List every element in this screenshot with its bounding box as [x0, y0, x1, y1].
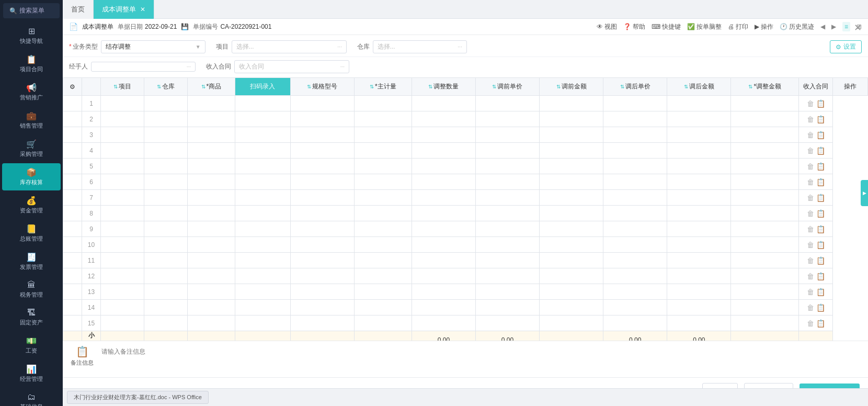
cell-data[interactable]: [412, 190, 475, 206]
cell-data[interactable]: [667, 284, 731, 300]
cell-data[interactable]: [235, 111, 290, 127]
cell-data[interactable]: [354, 315, 412, 331]
cell-data[interactable]: [101, 111, 144, 127]
cell-data[interactable]: [540, 284, 603, 300]
cell-data[interactable]: [290, 127, 354, 143]
cell-data[interactable]: [731, 127, 799, 143]
cell-data[interactable]: [540, 96, 603, 111]
cell-data[interactable]: [667, 253, 731, 268]
cell-data[interactable]: [290, 268, 354, 284]
cell-data[interactable]: [475, 268, 539, 284]
review-btn[interactable]: ✅ 按单脑整: [687, 22, 722, 31]
cell-data[interactable]: [540, 174, 603, 190]
cell-data[interactable]: [235, 237, 290, 253]
cell-data[interactable]: [603, 159, 667, 174]
cell-data[interactable]: [290, 315, 354, 331]
col-settings[interactable]: ⚙: [63, 78, 82, 96]
col-before-amount[interactable]: ⇅调前金额: [540, 78, 603, 96]
cell-data[interactable]: [354, 174, 412, 190]
history-btn[interactable]: 🕐 历史黑迹: [780, 22, 814, 31]
cell-data[interactable]: [540, 190, 603, 206]
cell-data[interactable]: [603, 221, 667, 237]
cell-data[interactable]: [188, 96, 235, 111]
tab-home[interactable]: 首页: [63, 0, 94, 19]
sidebar-item-purchase-mgmt[interactable]: 🛒 采购管理: [2, 135, 61, 162]
cell-data[interactable]: [144, 300, 188, 315]
cell-data[interactable]: [290, 111, 354, 127]
copy-icon[interactable]: 📋: [816, 303, 825, 312]
copy-icon[interactable]: 📋: [816, 209, 825, 218]
cell-data[interactable]: [188, 174, 235, 190]
cell-data[interactable]: [667, 174, 731, 190]
cell-data[interactable]: [235, 253, 290, 268]
sidebar-item-inventory[interactable]: 📦 库存核算: [2, 163, 61, 190]
cell-data[interactable]: [354, 221, 412, 237]
cell-data[interactable]: [188, 268, 235, 284]
sidebar-item-invoice-mgmt[interactable]: 🧾 发票管理: [2, 248, 61, 275]
cell-data[interactable]: [475, 253, 539, 268]
save-icon[interactable]: 💾: [181, 23, 189, 30]
cell-data[interactable]: [101, 143, 144, 159]
cell-data[interactable]: [603, 253, 667, 268]
copy-icon[interactable]: 📋: [816, 319, 825, 328]
delete-icon[interactable]: 🗑: [807, 209, 814, 218]
copy-icon[interactable]: 📋: [816, 115, 825, 123]
sidebar-item-basic-info[interactable]: 🗂 基础信息: [2, 388, 61, 406]
sidebar-item-fund-mgmt[interactable]: 💰 资金管理: [2, 191, 61, 219]
taskbar-wps-item[interactable]: 木门行业好业财处理方案-墓红红.doc - WPS Office: [67, 391, 209, 404]
sidebar-item-quick-nav[interactable]: ⊞ 快捷导航: [2, 22, 61, 49]
cell-data[interactable]: [475, 284, 539, 300]
cell-data[interactable]: [412, 237, 475, 253]
cell-data[interactable]: [540, 268, 603, 284]
cell-data[interactable]: [101, 221, 144, 237]
cell-data[interactable]: [354, 253, 412, 268]
cell-data[interactable]: [354, 237, 412, 253]
cell-data[interactable]: [667, 300, 731, 315]
cell-data[interactable]: [667, 237, 731, 253]
col-scan[interactable]: 扫码录入: [235, 78, 290, 96]
cell-data[interactable]: [354, 284, 412, 300]
cell-data[interactable]: [475, 174, 539, 190]
copy-icon[interactable]: 📋: [816, 272, 825, 280]
col-after-price[interactable]: ⇅调后单价: [603, 78, 667, 96]
cell-data[interactable]: [290, 174, 354, 190]
cell-data[interactable]: [731, 284, 799, 300]
col-before-price[interactable]: ⇅调前单价: [475, 78, 539, 96]
cell-data[interactable]: [412, 143, 475, 159]
nav-prev-icon[interactable]: ◀: [820, 23, 825, 30]
cell-data[interactable]: [144, 111, 188, 127]
copy-icon[interactable]: 📋: [816, 241, 825, 249]
col-warehouse[interactable]: ⇅仓库: [144, 78, 188, 96]
cell-data[interactable]: [188, 206, 235, 221]
cell-data[interactable]: [354, 143, 412, 159]
cell-data[interactable]: [235, 159, 290, 174]
cell-data[interactable]: [603, 190, 667, 206]
copy-icon[interactable]: 📋: [816, 162, 825, 171]
delete-icon[interactable]: 🗑: [807, 178, 814, 186]
cell-data[interactable]: [667, 143, 731, 159]
cell-data[interactable]: [144, 221, 188, 237]
cell-data[interactable]: [412, 253, 475, 268]
operate-btn[interactable]: ▶ 操作: [755, 22, 773, 31]
delete-icon[interactable]: 🗑: [807, 162, 814, 171]
cell-data[interactable]: [188, 315, 235, 331]
cell-data[interactable]: [188, 127, 235, 143]
col-qty[interactable]: ⇅调整数量: [412, 78, 475, 96]
cell-data[interactable]: [235, 284, 290, 300]
cell-data[interactable]: [603, 206, 667, 221]
copy-icon[interactable]: 📋: [816, 194, 825, 202]
col-after-amount[interactable]: ⇅调后金额: [667, 78, 731, 96]
cell-data[interactable]: [731, 253, 799, 268]
cell-data[interactable]: [290, 190, 354, 206]
cell-data[interactable]: [188, 237, 235, 253]
cell-data[interactable]: [540, 221, 603, 237]
cell-data[interactable]: [731, 96, 799, 111]
cell-data[interactable]: [412, 96, 475, 111]
delete-icon[interactable]: 🗑: [807, 99, 814, 108]
col-unit[interactable]: ⇅*主计量: [354, 78, 412, 96]
cell-data[interactable]: [412, 284, 475, 300]
cell-data[interactable]: [603, 300, 667, 315]
cell-data[interactable]: [101, 284, 144, 300]
cell-data[interactable]: [354, 127, 412, 143]
cell-data[interactable]: [412, 159, 475, 174]
